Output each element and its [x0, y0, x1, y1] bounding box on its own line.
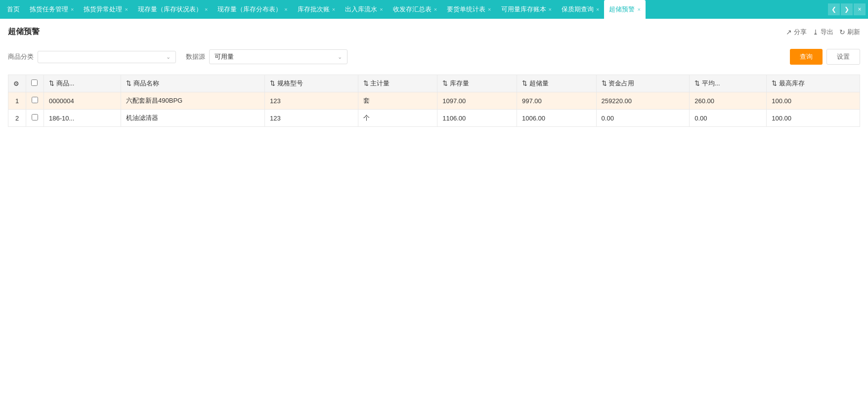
table-header-row: ⚙ ⇅ 商品... ⇅ 商品名称 ⇅ 规格型号 ⇅ [8, 75, 860, 92]
filter-row: 商品分类 ⌄ 数据源 可用量 ⌄ 查询 设置 [8, 45, 860, 69]
refresh-button[interactable]: ↻ 刷新 [839, 28, 860, 37]
datasource-value: 可用量 [215, 52, 234, 61]
row-checkbox-1[interactable] [32, 114, 38, 120]
share-icon: ↗ [786, 28, 792, 36]
close-tab-summary[interactable]: × [434, 6, 437, 12]
top-navigation: 首页 拣货任务管理 × 拣货异常处理 × 现存量（库存状况表） × 现存量（库存… [0, 0, 868, 19]
row-max-stock-1: 100.00 [767, 110, 860, 127]
close-tab-batch[interactable]: × [332, 6, 335, 12]
row-avg-0: 260.00 [690, 92, 767, 110]
table-row: 1 0000004 六配套新昌490BPG 123 套 1097.00 997.… [8, 92, 860, 110]
nav-task-management[interactable]: 拣货任务管理 × [25, 0, 79, 19]
settings-button[interactable]: 设置 [826, 49, 860, 65]
share-button[interactable]: ↗ 分享 [786, 28, 807, 37]
row-checkbox-cell-0[interactable] [26, 92, 44, 110]
th-over-qty[interactable]: ⇅ 超储量 [517, 75, 596, 92]
close-tab-flow[interactable]: × [380, 6, 383, 12]
export-icon: ⤓ [813, 28, 819, 36]
th-checkbox[interactable] [26, 75, 44, 92]
select-all-checkbox[interactable] [31, 79, 38, 86]
row-product-name-1: 机油滤清器 [121, 110, 265, 127]
row-unit-0: 套 [358, 92, 437, 110]
nav-inventory-status[interactable]: 现存量（库存状况表） × [133, 0, 213, 19]
query-button[interactable]: 查询 [790, 49, 823, 65]
close-tab-task[interactable]: × [71, 6, 74, 12]
nav-batch-account[interactable]: 库存批次账 × [293, 0, 340, 19]
close-tab-order[interactable]: × [488, 6, 491, 12]
th-product-code[interactable]: ⇅ 商品... [44, 75, 121, 92]
row-capital-usage-1: 0.00 [596, 110, 690, 127]
nav-expiry-query[interactable]: 保质期查询 × [557, 0, 604, 19]
datasource-filter-group: 数据源 可用量 ⌄ [186, 49, 347, 64]
row-unit-1: 个 [358, 110, 437, 127]
page-title: 超储预警 [8, 27, 40, 37]
th-settings[interactable]: ⚙ [8, 75, 26, 92]
row-spec-1: 123 [265, 110, 358, 127]
th-capital-usage[interactable]: ⇅ 资金占用 [596, 75, 690, 92]
row-avg-1: 0.00 [690, 110, 767, 127]
nav-home[interactable]: 首页 [2, 0, 25, 19]
table-row: 2 186-10... 机油滤清器 123 个 1106.00 1006.00 … [8, 110, 860, 127]
export-button[interactable]: ⤓ 导出 [813, 28, 833, 37]
settings-gear-icon: ⚙ [13, 80, 19, 87]
nav-scroll-left[interactable]: ❮ [828, 3, 840, 15]
row-num-0: 1 [8, 92, 26, 110]
th-spec[interactable]: ⇅ 规格型号 [265, 75, 358, 92]
row-product-code-1: 186-10... [44, 110, 121, 127]
nav-summary[interactable]: 收发存汇总表 × [388, 0, 442, 19]
th-product-name[interactable]: ⇅ 商品名称 [121, 75, 265, 92]
filter-actions: 查询 设置 [790, 49, 860, 65]
th-avg[interactable]: ⇅ 平均... [690, 75, 767, 92]
nav-close-all[interactable]: × [854, 3, 866, 15]
category-chevron-icon: ⌄ [166, 54, 171, 60]
close-tab-expiry[interactable]: × [596, 6, 599, 12]
row-over-qty-0: 997.00 [517, 92, 596, 110]
row-spec-0: 123 [265, 92, 358, 110]
row-product-name-0: 六配套新昌490BPG [121, 92, 265, 110]
refresh-icon: ↻ [839, 28, 845, 36]
row-checkbox-cell-1[interactable] [26, 110, 44, 127]
row-capital-usage-0: 259220.00 [596, 92, 690, 110]
nav-available-account[interactable]: 可用量库存账本 × [496, 0, 557, 19]
nav-overstock-warning[interactable]: 超储预警 × [604, 0, 645, 19]
close-tab-available[interactable]: × [549, 6, 552, 12]
close-tab-exception[interactable]: × [125, 6, 128, 12]
row-num-1: 2 [8, 110, 26, 127]
row-checkbox-0[interactable] [32, 97, 38, 103]
nav-order-stats[interactable]: 要货单统计表 × [442, 0, 496, 19]
row-max-stock-0: 100.00 [767, 92, 860, 110]
th-stock-qty[interactable]: ⇅ 库存量 [437, 75, 517, 92]
category-filter-group: 商品分类 ⌄ [8, 51, 176, 63]
nav-scroll-right[interactable]: ❯ [841, 3, 853, 15]
th-max-stock[interactable]: ⇅ 最高库存 [767, 75, 860, 92]
close-tab-inv-status[interactable]: × [205, 6, 208, 12]
datasource-select[interactable]: 可用量 ⌄ [209, 49, 347, 64]
datasource-chevron-icon: ⌄ [338, 54, 342, 60]
row-stock-qty-0: 1097.00 [437, 92, 517, 110]
row-product-code-0: 0000004 [44, 92, 121, 110]
nav-scroll-controls: ❮ ❯ × [827, 3, 866, 15]
nav-exception-handling[interactable]: 拣货异常处理 × [79, 0, 132, 19]
nav-inout-flow[interactable]: 出入库流水 × [340, 0, 388, 19]
row-over-qty-1: 1006.00 [517, 110, 596, 127]
row-stock-qty-1: 1106.00 [437, 110, 517, 127]
datasource-label: 数据源 [186, 52, 205, 61]
header-actions: ↗ 分享 ⤓ 导出 ↻ 刷新 [786, 28, 860, 37]
close-tab-overstock[interactable]: × [637, 6, 640, 12]
th-unit[interactable]: ⇅ 主计量 [358, 75, 437, 92]
nav-inventory-dist[interactable]: 现存量（库存分布表） × [213, 0, 292, 19]
page-header: 超储预警 ↗ 分享 ⤓ 导出 ↻ 刷新 [8, 27, 860, 37]
data-table: ⚙ ⇅ 商品... ⇅ 商品名称 ⇅ 规格型号 ⇅ [8, 75, 860, 127]
page-content: 超储预警 ↗ 分享 ⤓ 导出 ↻ 刷新 商品分类 ⌄ 数据源 [0, 19, 868, 395]
close-tab-inv-dist[interactable]: × [284, 6, 287, 12]
category-label: 商品分类 [8, 52, 34, 61]
category-select[interactable]: ⌄ [38, 51, 176, 63]
